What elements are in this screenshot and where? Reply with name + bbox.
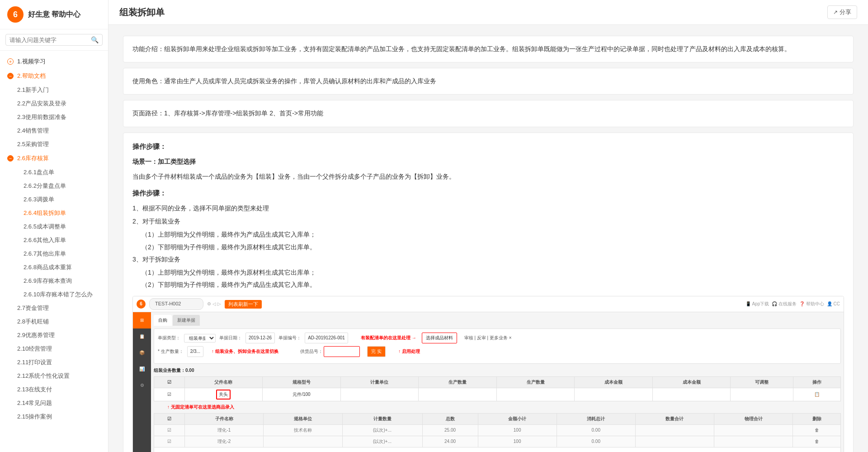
ss-form-row-1: 单据类型： 组装单据 单据日期： 2019-12-26 单据编号： AD-201… bbox=[158, 333, 837, 343]
ss-nav-1[interactable]: 📋 bbox=[133, 328, 151, 345]
ss-ctd-qty: (以次)+... bbox=[342, 425, 422, 436]
ss-ctd-phys bbox=[714, 425, 793, 436]
sidebar-item-other-out[interactable]: 2.6.7其他出库单 bbox=[0, 247, 108, 261]
ss-th-name: 父件名称 bbox=[184, 377, 263, 388]
ss-child-table: ☑ 子件名称 规格单位 计量数量 总数 金额小计 消耗总计 数量合计 bbox=[154, 413, 841, 452]
ss-cth-consume: 消耗总计 bbox=[557, 414, 635, 425]
sidebar-item-assembly[interactable]: 2.6.4组装拆卸单 bbox=[0, 206, 108, 220]
sidebar-item-install[interactable]: 2.2产品安装及登录 bbox=[0, 97, 108, 110]
annotation-2-text: ↑ 组装业务、拆卸业务在这里切换 bbox=[212, 347, 278, 356]
intro-card: 功能介绍：组装拆卸单用来处理企业组装或拆卸等加工业务，支持有固定装配清单的产品加… bbox=[123, 36, 854, 62]
sidebar-item-inventory[interactable]: − 2.6库存核算 bbox=[0, 151, 108, 166]
sidebar-item-transfer[interactable]: 2.6.3调拨单 bbox=[0, 193, 108, 206]
ss-nav-2[interactable]: 📦 bbox=[133, 345, 151, 361]
ss-right-icons: 📱 App下载 🎧 在线服务 ❓ 帮助中心 👤 CC bbox=[745, 300, 840, 308]
sidebar-item-newbie[interactable]: 2.1新手入门 bbox=[0, 83, 108, 97]
ss-cth-name: 子件名称 bbox=[185, 414, 264, 425]
nav-section-2: − 2.帮助文档 2.1新手入门 2.2产品安装及登录 2.3使用前数据准备 2… bbox=[0, 69, 108, 423]
ss-cth-spec: 规格单位 bbox=[264, 414, 342, 425]
ss-form-area: 单据类型： 组装单据 单据日期： 2019-12-26 单据编号： AD-201… bbox=[154, 328, 841, 364]
ss-table-title: 组装业务数量：0.00 bbox=[154, 366, 841, 375]
ss-refresh-btn[interactable]: 列表刷新一下 bbox=[225, 300, 262, 309]
share-button[interactable]: ↗ 分享 bbox=[827, 5, 857, 19]
ss-label-date: 单据日期： bbox=[219, 334, 242, 342]
ss-topbar: 6 TEST-H002 ⚙ ◁ ▷ 列表刷新一下 📱 App下载 🎧 在线服务 … bbox=[133, 296, 844, 312]
ss-ctd-del: 🗑 bbox=[793, 425, 841, 436]
ss-child-header-row: ☑ 子件名称 规格单位 计量数量 总数 金额小计 消耗总计 数量合计 bbox=[154, 414, 841, 425]
nav-tree: + 1.视频学习 − 2.帮助文档 2.1新手入门 2.2产品安装及登录 2.3… bbox=[0, 51, 108, 452]
sidebar-item-other-in[interactable]: 2.6.6其他入库单 bbox=[0, 233, 108, 247]
ss-cth-qty: 计量数量 bbox=[342, 414, 422, 425]
ss-body: ⊞ 📋 📦 📊 ⚙ 自购 新建单据 bbox=[133, 312, 844, 452]
ss-nav-icons: ⚙ ◁ ▷ bbox=[207, 300, 221, 308]
ss-select-type[interactable]: 组装单据 bbox=[184, 334, 216, 343]
sidebar-item-coupon[interactable]: 2.9优惠券管理 bbox=[0, 328, 108, 342]
logo-icon: 6 bbox=[7, 6, 24, 23]
ss-ctd-sub2: 100 bbox=[478, 436, 557, 447]
ss-cth-total: 总数 bbox=[422, 414, 478, 425]
ss-op-btns: 审核 | 反审 | 更多业务 × bbox=[464, 334, 512, 342]
ss-warehouse-area: 供货品号： bbox=[300, 346, 360, 357]
search-icon[interactable]: 🔍 bbox=[91, 36, 99, 43]
sidebar-item-docs[interactable]: − 2.帮助文档 bbox=[0, 69, 108, 83]
ss-tab-new[interactable]: 新建单据 bbox=[173, 315, 200, 326]
ss-ctd-qsum2 bbox=[635, 436, 714, 447]
ss-url-bar: TEST-H002 bbox=[149, 298, 203, 310]
ss-th-0: ☑ bbox=[154, 377, 185, 388]
ss-nav-4[interactable]: ⚙ bbox=[133, 377, 151, 394]
ss-confirm-btn[interactable]: 完 实 bbox=[367, 346, 386, 357]
table-row: ☑ 理化-2 (以次)+... 24.00 100 0.00 bbox=[154, 436, 841, 447]
sidebar-item-mobile[interactable]: 2.8手机旺铺 bbox=[0, 315, 108, 328]
table-row: ☑ 关头 元件/100 bbox=[154, 388, 841, 401]
ss-td-op: 📋 bbox=[793, 388, 841, 401]
ss-apps-icon: 📱 App下载 bbox=[745, 300, 769, 308]
section-2-label: 2.帮助文档 bbox=[17, 72, 46, 80]
ss-select-bom[interactable]: 选择成品材料 bbox=[422, 333, 457, 343]
ss-left-nav: ⊞ 📋 📦 📊 ⚙ bbox=[133, 312, 151, 452]
logo-area: 6 好生意 帮助中心 bbox=[0, 0, 108, 29]
ss-nav-3[interactable]: 📊 bbox=[133, 361, 151, 377]
sidebar-item-personalize[interactable]: 2.12系统个性化设置 bbox=[0, 369, 108, 383]
sidebar-item-biz-mgmt[interactable]: 2.10经营管理 bbox=[0, 342, 108, 356]
sidebar-item-payment[interactable]: 2.13在线支付 bbox=[0, 383, 108, 396]
sidebar-item-purchase[interactable]: 2.5采购管理 bbox=[0, 138, 108, 151]
sidebar-item-inventory-ledger[interactable]: 2.6.9库存账本查询 bbox=[0, 274, 108, 288]
sidebar-item-faq[interactable]: 2.14常见问题 bbox=[0, 396, 108, 410]
ss-input-date: 2019-12-26 bbox=[245, 333, 275, 343]
app-name: 好生意 帮助中心 bbox=[28, 10, 80, 19]
search-area: 🔍 bbox=[0, 29, 108, 51]
ss-input-qty: 2/3... bbox=[187, 346, 203, 357]
sidebar-item-finance[interactable]: 2.7资金管理 bbox=[0, 301, 108, 315]
ss-label-type: 单据类型： bbox=[158, 334, 180, 342]
screenshot-container: 6 TEST-H002 ⚙ ◁ ▷ 列表刷新一下 📱 App下载 🎧 在线服务 … bbox=[132, 296, 844, 452]
role-card: 使用角色：通常由生产人员或库管人员完成拆装业务的操作，库管人员确认原材料的出库和… bbox=[123, 68, 854, 95]
sidebar-item-data-prep[interactable]: 2.3使用前数据准备 bbox=[0, 110, 108, 124]
sidebar-item-ledger-fix[interactable]: 2.6.10库存账本错了怎么办 bbox=[0, 288, 108, 301]
ss-table-header-row: ☑ 父件名称 规格型号 计量单位 生产数量 生产数量 成本金额 成本金额 bbox=[154, 377, 841, 388]
sidebar-item-stocktake[interactable]: 2.6.1盘点单 bbox=[0, 166, 108, 179]
ops-steps-title: 操作步骤： bbox=[132, 187, 844, 199]
main-content: 组装拆卸单 ↗ 分享 功能介绍：组装拆卸单用来处理企业组装或拆卸等加工业务，支持… bbox=[108, 0, 868, 452]
ss-td-name: 关头 bbox=[184, 388, 263, 401]
step-2: 2、对于组装业务 bbox=[132, 216, 844, 227]
ss-service-icon: 🎧 在线服务 bbox=[772, 300, 797, 308]
collapse-icon: − bbox=[7, 73, 14, 79]
ss-th-cost: 成本金额 bbox=[575, 377, 653, 388]
ss-tab-own[interactable]: 自购 bbox=[154, 315, 172, 326]
sidebar-item-partial-stocktake[interactable]: 2.6.2分量盘点单 bbox=[0, 179, 108, 193]
sidebar-item-print[interactable]: 2.11打印设置 bbox=[0, 356, 108, 369]
sidebar-item-cost-recalc[interactable]: 2.6.8商品成本重算 bbox=[0, 261, 108, 274]
sidebar-item-sales[interactable]: 2.4销售管理 bbox=[0, 124, 108, 138]
sidebar-item-cost-adjust[interactable]: 2.6.5成本调整单 bbox=[0, 220, 108, 233]
search-input[interactable] bbox=[9, 37, 91, 43]
ss-nav-home[interactable]: ⊞ bbox=[133, 312, 151, 328]
ss-ctd-qsum bbox=[635, 425, 714, 436]
ops-title: 操作步骤： bbox=[132, 140, 844, 152]
screenshot-inner: 6 TEST-H002 ⚙ ◁ ▷ 列表刷新一下 📱 App下载 🎧 在线服务 … bbox=[133, 296, 844, 452]
sidebar-item-cases[interactable]: 2.15操作案例 bbox=[0, 410, 108, 423]
share-icon: ↗ bbox=[833, 9, 838, 15]
inventory-sub-items: 2.6.1盘点单 2.6.2分量盘点单 2.6.3调拨单 2.6.4组装拆卸单 … bbox=[0, 166, 108, 301]
ss-th-unit: 计量单位 bbox=[340, 377, 419, 388]
ss-cth-physical: 物理合计 bbox=[714, 414, 793, 425]
sidebar-item-videos[interactable]: + 1.视频学习 bbox=[0, 54, 108, 69]
